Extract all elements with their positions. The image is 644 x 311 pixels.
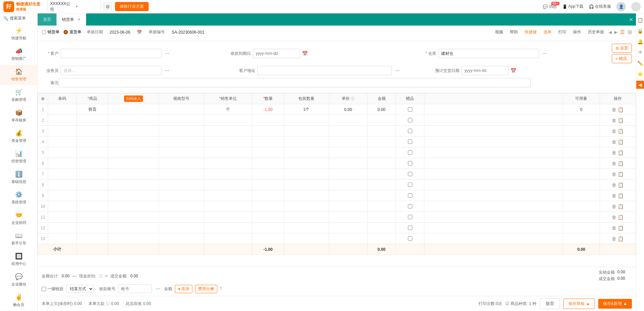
abandon-btn[interactable]: 放弃 — [540, 298, 560, 309]
message-btn[interactable]: 💬 消息 99+ — [543, 4, 557, 9]
radio-return-input[interactable] — [64, 30, 68, 34]
delete-icon[interactable]: 🗑 — [612, 150, 616, 155]
gift-checkbox[interactable] — [408, 107, 412, 112]
rp-icon-5[interactable]: ✏️ — [636, 59, 644, 67]
sidebar-item-inventory[interactable]: 📦 库存核算 — [0, 106, 37, 126]
sidebar-item-enterprise[interactable]: 🤝 企业协同 — [0, 208, 37, 229]
delete-icon[interactable]: 🗑 — [612, 182, 616, 188]
calendar-icon[interactable]: 📅 — [137, 30, 142, 35]
delete-icon[interactable]: 🗑 — [612, 204, 616, 209]
copy-icon[interactable]: 📋 — [618, 236, 623, 241]
sidebar-search[interactable]: 🔍 搜索菜单 — [0, 13, 37, 24]
gift-checkbox[interactable] — [408, 140, 412, 144]
copy-icon[interactable]: 📋 — [618, 128, 623, 134]
sidebar-item-quick-nav[interactable]: ⚡ 快捷导航 — [0, 24, 37, 44]
delete-icon[interactable]: 🗑 — [612, 139, 616, 145]
save-draft-btn[interactable]: 保存草稿 ▲ — [563, 299, 595, 309]
app-download-btn[interactable]: 📱 App下载 — [562, 4, 583, 9]
sidebar-item-guide[interactable]: 📖 新手引导 — [0, 229, 37, 249]
delete-icon[interactable]: 🗑 — [612, 236, 616, 241]
gift-checkbox[interactable] — [408, 118, 412, 122]
warehouse-input[interactable] — [438, 49, 539, 58]
copy-icon[interactable]: 📋 — [618, 215, 623, 220]
delete-icon[interactable]: 🗑 — [612, 193, 616, 198]
delete-icon[interactable]: 🗑 — [612, 107, 616, 112]
receive-due-input[interactable] — [253, 49, 300, 58]
settlement-select[interactable]: 结算方式 — [66, 285, 94, 293]
one-click-checkbox[interactable] — [42, 287, 46, 291]
sidebar-item-appstore[interactable]: 🔲 应用中心 — [0, 249, 37, 270]
add-payment-btn[interactable]: ● 添加 — [175, 285, 192, 293]
scan-btn[interactable]: 扫码录入 — [124, 95, 143, 102]
account-dots-icon[interactable]: ··· — [154, 286, 161, 292]
copy-icon[interactable]: 📋 — [618, 193, 623, 198]
account-input[interactable] — [118, 284, 152, 293]
warehouse-dots-icon[interactable]: ··· — [541, 50, 548, 56]
copy-icon[interactable]: 📋 — [618, 139, 623, 145]
sidebar-item-basic[interactable]: ℹ️ 基础信息 — [0, 167, 37, 188]
nav-prev-icon[interactable]: ◀ — [609, 30, 612, 35]
tab-close-icon[interactable]: ✕ — [77, 17, 81, 22]
delete-icon[interactable]: 🗑 — [612, 225, 616, 231]
calendar3-icon[interactable]: 📅 — [510, 68, 516, 73]
tab-home[interactable]: 首页 — [38, 13, 56, 26]
list-view-icon[interactable]: ☰ — [620, 29, 625, 35]
radio-return[interactable]: 退货单 — [64, 29, 81, 35]
tab-sales-order[interactable]: 销货单 ✕ — [56, 13, 86, 26]
radio-sales-input[interactable] — [42, 30, 46, 34]
sidebar-item-operations[interactable]: 📊 经营管理 — [0, 147, 37, 167]
company-selector[interactable]: XXXXXX公司 ▼ — [47, 0, 101, 14]
shortcut-btn[interactable]: 快捷键 — [523, 28, 539, 36]
gift-checkbox[interactable] — [408, 161, 412, 165]
gift-checkbox[interactable] — [408, 150, 412, 155]
help-btn[interactable]: 帮助 — [508, 28, 520, 36]
sidebar-item-finance[interactable]: 💰 资金管理 — [0, 126, 37, 147]
delete-icon[interactable]: 🗑 — [612, 171, 616, 177]
help-icon[interactable]: ? — [220, 286, 222, 291]
gift-checkbox[interactable] — [408, 129, 412, 133]
gift-checkbox[interactable] — [408, 215, 412, 219]
form-settings-btn[interactable]: ⚙ 设置 — [612, 44, 632, 53]
video-btn[interactable]: 视频 — [493, 28, 505, 36]
tab-close-all[interactable]: ✕ — [629, 16, 636, 23]
online-service-btn[interactable]: 🎧 在线客服 — [589, 4, 611, 9]
salesperson-dots-icon[interactable]: ··· — [163, 68, 171, 74]
delete-icon[interactable]: 🗑 — [612, 215, 616, 220]
nav-next-icon[interactable]: ▶ — [614, 30, 617, 35]
print-btn[interactable]: 打印 — [556, 28, 568, 36]
copy-icon[interactable]: 📋 — [618, 171, 623, 177]
sidebar-item-purchase[interactable]: 🛒 采购管理 — [0, 85, 37, 106]
calendar2-icon[interactable]: 📅 — [302, 51, 308, 56]
copy-icon[interactable]: 📋 — [618, 204, 623, 209]
delete-icon[interactable]: 🗑 — [612, 128, 616, 134]
sidebar-item-marketing[interactable]: 📣 营销推广 — [0, 44, 37, 65]
rp-icon-4[interactable]: 👁 — [637, 48, 644, 56]
copy-icon[interactable]: 📋 — [618, 150, 623, 155]
unit-price-info-icon[interactable]: ⓘ — [351, 96, 354, 101]
history-btn[interactable]: 历史单据 — [586, 28, 606, 36]
settings-icon[interactable]: ⚙ — [103, 2, 112, 11]
customer-input[interactable] — [61, 49, 161, 58]
rp-icon-3[interactable]: 🔔 — [636, 38, 644, 46]
trial-btn[interactable]: 体验行业方案 — [115, 2, 149, 11]
close-all-icon[interactable]: ✕ — [629, 17, 633, 23]
expected-date-input[interactable] — [461, 66, 508, 75]
radio-sales[interactable]: 销货单 — [42, 29, 60, 35]
copy-icon[interactable]: 📋 — [618, 161, 623, 166]
save-new-btn[interactable]: 保存&新增 ▲ — [598, 299, 632, 309]
sidebar-item-wechat[interactable]: 💬 企业微信 — [0, 270, 37, 290]
gift-checkbox[interactable] — [408, 204, 412, 208]
addr-dots-icon[interactable]: ··· — [394, 68, 401, 74]
delete-icon[interactable]: 🗑 — [612, 161, 616, 166]
logistics-btn[interactable]: + 物流 — [612, 54, 632, 63]
gift-checkbox[interactable] — [408, 236, 412, 241]
customer-addr-input[interactable] — [257, 66, 392, 75]
gift-checkbox[interactable] — [408, 183, 412, 187]
delete-icon[interactable]: 🗑 — [612, 118, 616, 123]
sidebar-item-sales[interactable]: 🏠 销售管理 — [0, 65, 37, 85]
expense-btn[interactable]: 费用分摊 — [195, 285, 217, 293]
avatar[interactable]: 👤 — [616, 2, 626, 11]
sidebar-item-vip[interactable]: ✌️ 畅会员 — [0, 290, 37, 311]
rp-icon-7[interactable]: ◀ — [636, 81, 644, 89]
gift-checkbox[interactable] — [408, 226, 412, 230]
